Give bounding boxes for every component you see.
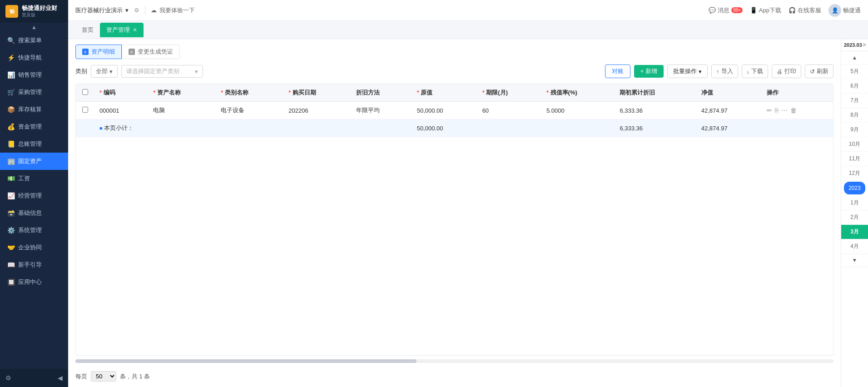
horizontal-scrollbar[interactable]	[75, 359, 833, 363]
tab-close-icon[interactable]: ✕	[133, 27, 137, 33]
sidebar-item-operations-label: 经营管理	[18, 192, 42, 200]
sidebar-item-operations[interactable]: 📈 经营管理	[0, 187, 68, 204]
month-item-scroll-down[interactable]: ▼	[841, 254, 868, 267]
sidebar-item-salary[interactable]: 💵 工资	[0, 170, 68, 187]
month-11[interactable]: 11月	[841, 152, 868, 166]
sidebar-item-guide[interactable]: 📖 新手引导	[0, 256, 68, 273]
cell-original-value: 50,000.00	[412, 102, 477, 119]
per-page-select[interactable]: 50 100 200	[91, 371, 116, 382]
sidebar-item-fixedassets[interactable]: 🏢 固定资产	[0, 153, 68, 170]
sidebar-item-appstore[interactable]: 🔲 应用中心	[0, 273, 68, 291]
download-label: 下载	[751, 67, 763, 75]
sidebar-item-fixedassets-label: 固定资产	[18, 157, 42, 165]
asset-table: 编码 资产名称 类别名称 购买日期 折旧方法 原值 期限(月) 残值率(%) 期…	[75, 84, 833, 356]
month-3-current[interactable]: 3月	[841, 225, 868, 239]
operations-icon: 📈	[7, 192, 15, 199]
year-2023[interactable]: 2023	[844, 182, 865, 195]
cell-depreciation-method: 年限平均	[351, 102, 412, 119]
company-dropdown-icon: ▾	[125, 7, 129, 14]
month-8[interactable]: 8月	[841, 108, 868, 123]
month-2[interactable]: 2月	[841, 210, 868, 225]
company-selector[interactable]: 医疗器械行业演示 ▾	[75, 6, 129, 15]
month-5[interactable]: 5月	[841, 64, 868, 79]
voucher-gen-icon: ≡	[129, 49, 135, 55]
import-button[interactable]: ↑ 导入	[711, 64, 738, 78]
refresh-label: 刷新	[817, 67, 828, 75]
row-checkbox[interactable]	[82, 107, 88, 113]
category-arrow: ▾	[195, 68, 198, 75]
sidebar-item-sales[interactable]: 📊 销售管理	[0, 66, 68, 84]
messages-icon: 💬	[709, 7, 716, 14]
tab-asset-management[interactable]: 资产管理 ✕	[100, 23, 144, 37]
batch-ops-label: 批量操作	[673, 67, 697, 75]
cell-residual-rate: 5.0000	[541, 102, 615, 119]
quicknav-icon: ⚡	[7, 54, 15, 61]
sidebar-item-search[interactable]: 🔍 搜索菜单	[0, 32, 68, 49]
month-12[interactable]: 12月	[841, 166, 868, 181]
cell-accumulated-depreciation: 6,333.36	[614, 102, 695, 119]
gear-icon[interactable]: ⚙	[134, 7, 139, 14]
sidebar-item-collab[interactable]: 🤝 企业协同	[0, 239, 68, 256]
experience-btn[interactable]: ☁ 我要体验一下	[151, 6, 195, 15]
sidebar-item-basic[interactable]: 🗃️ 基础信息	[0, 204, 68, 222]
salary-icon: 💵	[7, 175, 15, 182]
category-type-select[interactable]: 全部 ▾	[91, 65, 118, 78]
subtotal-residual	[541, 119, 615, 137]
sub-tab-asset-detail[interactable]: ≡ 资产明细	[75, 45, 122, 59]
sidebar-header: 畅 畅捷通好业财 普及版	[0, 0, 68, 23]
download-button[interactable]: ↓ 下载	[742, 64, 769, 78]
month-7[interactable]: 7月	[841, 94, 868, 108]
month-list: ▲ 5月 6月 7月 8月 9月 10月 11月 12月 2023 1月 2月 …	[841, 51, 868, 387]
tab-home[interactable]: 首页	[75, 23, 100, 37]
sidebar: 畅 畅捷通好业财 普及版 ▲ 🔍 搜索菜单 ⚡ 快捷导航 📊 销售管理 🛒 采购…	[0, 0, 68, 387]
duizhang-button[interactable]: 对账	[605, 64, 630, 78]
month-10[interactable]: 10月	[841, 137, 868, 152]
sidebar-item-quicknav[interactable]: ⚡ 快捷导航	[0, 49, 68, 66]
app-download-btn[interactable]: 📱 App下载	[750, 6, 781, 15]
sidebar-item-inventory-label: 库存核算	[18, 105, 42, 114]
refresh-button[interactable]: ↺ 刷新	[805, 64, 833, 78]
sidebar-item-finance[interactable]: 💰 资金管理	[0, 118, 68, 135]
select-all-cell	[76, 84, 94, 102]
month-item-scroll-up[interactable]: ▲	[841, 51, 868, 64]
sidebar-scroll-up[interactable]: ▲	[0, 23, 68, 32]
right-date-panel: 2023.03 ✕ ⛶ ▲ 5月 6月 7月 8月 9月 10月 11月 12月…	[841, 39, 868, 387]
month-6[interactable]: 6月	[841, 79, 868, 94]
sidebar-item-system-label: 系统管理	[18, 226, 42, 234]
cell-category: 电子设备	[215, 102, 283, 119]
print-button[interactable]: 🖨 打印	[772, 64, 801, 78]
sidebar-item-ledger[interactable]: 📒 总账管理	[0, 135, 68, 153]
month-1[interactable]: 1月	[841, 196, 868, 210]
table-row: 000001 电脑 电子设备 202206 年限平均 50,000.00 60 …	[76, 102, 833, 119]
edit-icon[interactable]: ✏	[767, 107, 772, 114]
sub-tab-asset-detail-label: 资产明细	[91, 48, 115, 56]
delete-icon[interactable]: 🗑	[790, 107, 797, 114]
batch-ops-button[interactable]: 批量操作 ▾	[667, 64, 708, 78]
sub-tab-voucher-gen[interactable]: ≡ 变更生成凭证	[122, 45, 180, 59]
new-button[interactable]: + 新增	[634, 65, 664, 78]
asset-data-table: 编码 资产名称 类别名称 购买日期 折旧方法 原值 期限(月) 残值率(%) 期…	[76, 84, 833, 137]
month-9[interactable]: 9月	[841, 123, 868, 137]
panel-close-icon[interactable]: ✕	[862, 42, 867, 48]
messages-btn[interactable]: 💬 消息 99+	[709, 6, 743, 15]
col-accumulated-depreciation: 期初累计折旧	[614, 84, 695, 102]
online-support-btn[interactable]: 🎧 在线客服	[789, 6, 821, 15]
user-btn[interactable]: 👤 畅捷通	[828, 4, 861, 17]
col-code: 编码	[94, 84, 148, 102]
finance-icon: 💰	[7, 123, 15, 130]
select-all-checkbox[interactable]	[82, 89, 88, 95]
settings-icon[interactable]: ⚙	[5, 374, 11, 382]
more-icon[interactable]: ⋯	[781, 107, 788, 114]
copy-icon[interactable]: ⎘	[775, 107, 779, 114]
topbar-right: 💬 消息 99+ 📱 App下载 🎧 在线客服 👤 畅捷通	[709, 4, 861, 17]
month-4[interactable]: 4月	[841, 239, 868, 254]
messages-label: 消息	[718, 6, 729, 15]
category-select[interactable]: 请选择固定资产类别 ▾	[121, 65, 203, 78]
sidebar-item-inventory[interactable]: 📦 库存核算	[0, 101, 68, 118]
sidebar-item-purchase[interactable]: 🛒 采购管理	[0, 84, 68, 101]
sidebar-item-system[interactable]: ⚙️ 系统管理	[0, 222, 68, 239]
sidebar-item-basic-label: 基础信息	[18, 209, 42, 217]
right-panel-header: 2023.03 ✕ ⛶	[841, 39, 868, 51]
collapse-icon[interactable]: ◀	[58, 374, 63, 382]
asset-detail-icon: ≡	[82, 49, 89, 55]
